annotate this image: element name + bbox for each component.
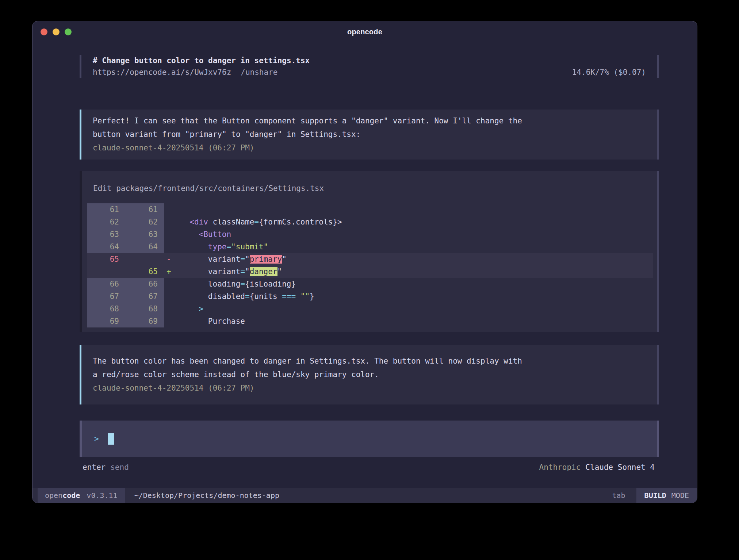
code-token: =: [254, 218, 259, 226]
status-right: tab BUILDMODE: [612, 488, 697, 503]
tab-key-hint: tab: [612, 488, 625, 503]
code-token: type: [208, 242, 227, 251]
line-number-old: 63: [87, 228, 126, 241]
hint-row: entersend AnthropicClaude Sonnet 4: [80, 462, 659, 473]
window-title: opencode: [347, 28, 382, 36]
code-token: primary: [250, 255, 282, 264]
assistant-message: Perfect! I can see that the Button compo…: [80, 110, 659, 160]
diff-code-line: [180, 203, 653, 216]
code-token: <Button: [199, 230, 231, 239]
code-token: [180, 304, 199, 313]
diff-row: 6666 loading={isLoading}: [87, 278, 653, 290]
close-button[interactable]: [41, 28, 47, 35]
text-cursor: [108, 433, 114, 445]
diff-code-line: loading={isLoading}: [180, 278, 653, 290]
terminal-content: # Change button color to danger in setti…: [32, 42, 697, 488]
diff-row: 6363 <Button: [87, 228, 653, 241]
code-token: {isLoading}: [245, 280, 296, 288]
model-timestamp: claude-sonnet-4-20250514 (06:27 PM): [93, 141, 646, 155]
message-line: Perfect! I can see that the Button compo…: [93, 114, 646, 128]
diff-marker: [164, 290, 180, 303]
diff-marker: [164, 303, 180, 315]
mode-chip[interactable]: BUILDMODE: [636, 488, 697, 503]
code-token: [180, 242, 208, 251]
code-token: =: [226, 242, 231, 251]
line-number-old: [87, 265, 126, 278]
code-token: [180, 230, 199, 239]
line-number-new: 63: [126, 228, 164, 241]
edit-tool-title: Edit packages/frontend/src/containers/Se…: [82, 184, 653, 193]
code-token: }: [310, 292, 314, 301]
unshare-command[interactable]: /unshare: [241, 66, 277, 78]
code-token: =: [240, 280, 245, 288]
model-timestamp: claude-sonnet-4-20250514 (06:27 PM): [93, 381, 646, 395]
code-token: variant: [180, 255, 240, 264]
send-action-label: send: [110, 463, 129, 472]
mode-name: BUILD: [644, 491, 666, 500]
line-number-old: 61: [87, 203, 126, 216]
app-version: v0.3.11: [87, 491, 117, 500]
line-number-new: 64: [126, 241, 164, 253]
code-token: >: [199, 304, 204, 313]
opencode-window: opencode # Change button color to danger…: [32, 21, 697, 503]
status-left: opencodev0.3.11 ~/Desktop/Projects/demo-…: [38, 488, 279, 503]
code-token: ": [282, 255, 287, 264]
code-token: variant: [180, 267, 240, 276]
diff-code-line: Purchase: [180, 315, 653, 327]
diff-row: 6868 >: [87, 303, 653, 315]
diff-rows: 61616262 <div className={formCs.controls…: [87, 203, 653, 327]
line-number-old: 67: [87, 290, 126, 303]
diff-row: 6767 disabled={units === ""}: [87, 290, 653, 303]
line-number-old: 65: [87, 253, 126, 265]
zoom-button[interactable]: [65, 28, 72, 35]
code-token: ": [277, 267, 282, 276]
share-url-link[interactable]: https://opencode.ai/s/UwJxv76z: [93, 66, 231, 78]
diff-marker: [164, 203, 180, 216]
diff-marker: [164, 278, 180, 290]
send-hint: entersend: [83, 462, 129, 473]
code-token: =: [240, 267, 245, 276]
provider-label: Anthropic: [539, 463, 581, 472]
working-directory: ~/Desktop/Projects/demo-notes-app: [134, 488, 279, 503]
line-number-old: 68: [87, 303, 126, 315]
line-number-new: 66: [126, 278, 164, 290]
app-name-normal: open: [45, 491, 62, 500]
diff-marker: [164, 315, 180, 327]
diff-code-line: type="submit": [180, 241, 653, 253]
code-token: ": [245, 255, 250, 264]
code-token: =: [245, 292, 250, 301]
status-bar: opencodev0.3.11 ~/Desktop/Projects/demo-…: [32, 488, 697, 503]
line-number-old: 66: [87, 278, 126, 290]
code-token: [296, 292, 300, 301]
code-token: "submit": [231, 242, 268, 251]
code-token: Purchase: [180, 317, 245, 326]
line-number-new: 62: [126, 216, 164, 228]
window-titlebar[interactable]: opencode: [32, 21, 697, 42]
desktop-background: opencode # Change button color to danger…: [0, 0, 739, 560]
model-indicator: AnthropicClaude Sonnet 4: [539, 462, 655, 473]
enter-key-hint: enter: [83, 463, 106, 472]
diff-code-line: disabled={units === ""}: [180, 290, 653, 303]
diff-row: 65+ variant="danger": [87, 265, 653, 278]
diff-marker: +: [164, 265, 180, 278]
line-number-new: 68: [126, 303, 164, 315]
diff-marker: [164, 228, 180, 241]
diff-code-line: <div className={formCs.controls}>: [180, 216, 653, 228]
diff-code-line: <Button: [180, 228, 653, 241]
message-line: The button color has been changed to dan…: [93, 354, 646, 368]
code-token: {units: [250, 292, 282, 301]
line-number-new: 61: [126, 203, 164, 216]
prompt-input[interactable]: >: [80, 421, 659, 457]
line-number-new: 69: [126, 315, 164, 327]
minimize-button[interactable]: [53, 28, 60, 35]
code-token: danger: [250, 267, 277, 276]
code-token: <div: [189, 218, 208, 226]
traffic-lights: [41, 21, 72, 42]
session-title: # Change button color to danger in setti…: [93, 56, 310, 65]
diff-row: 6464 type="submit": [87, 241, 653, 253]
diff-code-line: variant="danger": [180, 265, 653, 278]
diff-code-line: >: [180, 303, 653, 315]
line-number-new: [126, 253, 164, 265]
line-number-new: 65: [126, 265, 164, 278]
code-token: ===: [282, 292, 296, 301]
